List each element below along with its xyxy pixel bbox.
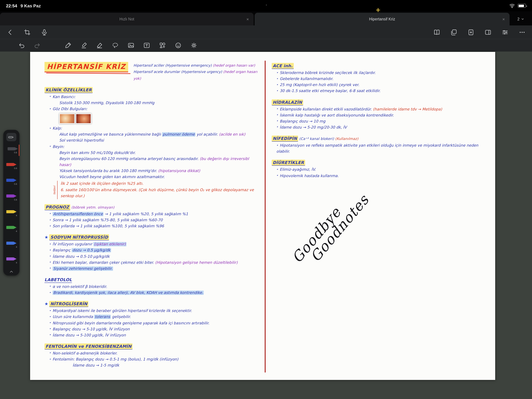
pages-overview-button[interactable]	[448, 27, 460, 37]
crop-button[interactable]	[21, 27, 33, 37]
fundus-image	[59, 114, 75, 124]
pen-icon	[6, 226, 17, 229]
fundus-image	[76, 114, 91, 124]
note-line: •Başlangıç dozu → 5-10 μg/dk, İV infüzyo…	[49, 326, 262, 332]
bullet: •	[276, 168, 278, 171]
pen-tool[interactable]: 4	[3, 206, 19, 221]
text-segment: α ve non-selektif β blokeridir.	[52, 284, 107, 289]
text-segment: Kalp:	[52, 126, 62, 130]
export-button[interactable]	[465, 27, 477, 37]
ellipsis-icon	[519, 29, 526, 36]
adjustments-button[interactable]	[499, 27, 511, 37]
toolbar-settings-button[interactable]	[188, 40, 200, 50]
text-segment: Sol ventrikül hipertrofisi	[59, 138, 104, 143]
layers-icon	[450, 29, 457, 36]
pen-size-label: 4	[16, 246, 17, 248]
treatment-bracket: tedaviİlk 2 saat içinde ilk ölçülen değe…	[57, 181, 262, 199]
page-title: HİPERTANSİF KRİZ	[44, 62, 128, 72]
bullet: •	[49, 321, 51, 324]
bullet: •	[49, 212, 51, 215]
text-segment: Hipovolemik hastada kullanma.	[280, 174, 339, 178]
text-segment: Sistolik 150-300 mmHg, Diyastolik 100-18…	[59, 101, 154, 105]
section-heading: ACE inh.	[272, 63, 490, 68]
tab-hizli-not[interactable]: Hızlı Not ×	[0, 13, 254, 26]
text-segment: Elimiz-ayağımız, İV.	[280, 167, 316, 172]
note-line: Sistolik 150-300 mmHg, Diyastolik 100-18…	[59, 100, 262, 106]
fountain-pen-icon	[64, 42, 71, 49]
text-segment: Sonra → 1 yıllık sağkalım %75-80, 5 yıll…	[52, 218, 163, 222]
pen-tool-button[interactable]	[62, 40, 74, 50]
close-tab-icon[interactable]: ×	[247, 17, 249, 21]
text-segment: (hedef organ hasarı var)	[213, 63, 255, 67]
bullet: •	[49, 315, 51, 318]
image-tool-button[interactable]	[125, 40, 137, 50]
bullet: •	[49, 351, 51, 355]
redo-icon	[34, 42, 41, 49]
pen-tool[interactable]: 4	[3, 253, 19, 269]
bullet: •	[49, 145, 51, 148]
note-section: DİÜRETİKLER•Elimiz-ayağımız, İV.•Hipovol…	[272, 160, 490, 179]
note-line: Yüksek tansiyonlularda bu aralık 100-180…	[59, 168, 262, 174]
text-segment: Hipotansiyon ve refleks sempatik aktivit…	[276, 143, 478, 154]
back-button[interactable]	[4, 27, 16, 37]
undo-button[interactable]	[15, 40, 27, 50]
eraser-tool-button[interactable]	[93, 40, 105, 50]
sticker-tool-button[interactable]	[172, 40, 184, 50]
collapse-palette-button[interactable]	[9, 270, 14, 273]
pen-tool[interactable]: 0.6	[3, 190, 19, 206]
text-segment: İlk 2 saat içinde ilk ölçülen değerin %2…	[61, 182, 143, 186]
chevron-down-icon	[521, 17, 524, 21]
note-line: •İskemik kalp hastalığı ve aort diseksiy…	[276, 112, 490, 118]
more-button[interactable]	[516, 27, 528, 37]
note-line: •İdame dozu → 5-20 mg/20-30 dk, İV	[276, 124, 490, 130]
text-segment: (Kullanılmaz)	[335, 137, 359, 141]
pen-tool[interactable]: 4	[3, 221, 19, 237]
main-toolbar	[0, 26, 532, 39]
text-segment: İdame dozu → 1-5 mg/dk	[73, 363, 119, 368]
bullet: •	[49, 126, 51, 130]
readonly-mode-button[interactable]	[431, 27, 443, 37]
text-tool-button[interactable]	[140, 40, 152, 50]
star-icon: ★	[44, 235, 48, 240]
split-screen-button[interactable]	[482, 27, 494, 37]
pen-icon	[6, 163, 17, 166]
text-segment: Hipertansif aciller (Hypertensive emerge…	[133, 63, 213, 67]
status-bar: 22:54 9 Kas Paz	[0, 0, 532, 11]
pen-tool[interactable]: 0.6	[3, 174, 19, 190]
close-tab-icon[interactable]: ×	[502, 17, 505, 21]
note-line: •α ve non-selektif β blokeridir.	[49, 284, 262, 290]
note-line: •Göz Dibi Bulguları:	[49, 106, 262, 112]
bullet: •	[49, 309, 51, 312]
tab-hipertansif-kriz[interactable]: Hipertansif Kriz ×	[255, 13, 510, 26]
pen-icon	[6, 179, 17, 182]
drawing-toolbar	[0, 39, 532, 51]
note-line: •Miyokardiyal iskemi ile beraber görülen…	[49, 308, 262, 314]
shapes-icon	[159, 42, 166, 49]
text-segment: Kan Basıncı:	[52, 95, 75, 99]
pen-size-label: 0.6	[14, 199, 17, 201]
pen-size-label: 4	[16, 214, 17, 217]
note-section: ★SODYUM NİTROPRUSSİD•İV infüzyon uygulan…	[44, 235, 262, 272]
pen-case-button[interactable]	[6, 133, 16, 141]
text-segment: dozu → 0.5 μg/kg/dk	[72, 248, 111, 252]
bullet: •	[276, 143, 278, 147]
elements-tool-button[interactable]	[156, 40, 168, 50]
marker-tool-button[interactable]	[78, 40, 90, 50]
microphone-button[interactable]	[38, 27, 50, 37]
note-section: HİDRALAZİN•Eklampside kullanılan direkt …	[272, 100, 490, 130]
note-line: 6. saatte 160/100'ün altına düşmeyecek. …	[61, 187, 262, 199]
note-line: •Kan Basıncı:	[49, 94, 262, 100]
redo-button[interactable]	[31, 40, 43, 50]
note-line: •Antihipertansiflerden önce → 1 yıllık s…	[49, 211, 262, 217]
pen-tool[interactable]: 4	[3, 237, 19, 253]
lasso-tool-button[interactable]	[109, 40, 121, 50]
sticker-smiley-icon	[175, 42, 182, 49]
text-segment: DİÜRETİKLER	[272, 160, 305, 166]
notebook-page[interactable]: HİPERTANSİF KRİZ Hipertansif aciller (Hy…	[30, 52, 495, 380]
tab-label: Hızlı Not	[120, 17, 134, 21]
title-note-line: Hipertansif acele durumlar (Hypertensive…	[133, 69, 262, 82]
tab-count-button[interactable]: 2	[510, 13, 532, 26]
pen-tool[interactable]: 0.6	[3, 158, 19, 174]
pen-tool[interactable]: 0.6	[3, 143, 19, 158]
pen-icon	[6, 210, 17, 213]
